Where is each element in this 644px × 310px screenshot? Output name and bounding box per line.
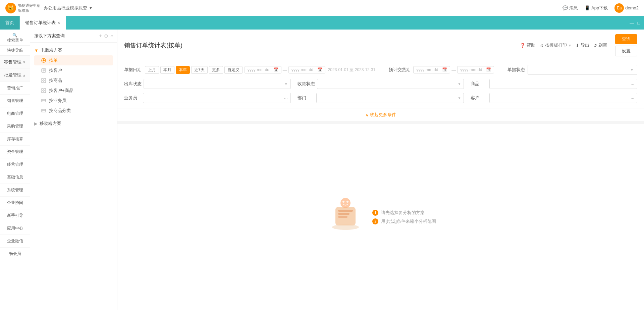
goods-input[interactable]: ··· bbox=[489, 79, 637, 89]
filter-grid-row3: 业务员 ··· 部门 ▼ 客户 bbox=[124, 93, 637, 103]
sidebar-item-retail[interactable]: 零售管理 ▼ bbox=[0, 56, 30, 69]
scheme-item-anyewuyuan[interactable]: 按业务员 bbox=[34, 96, 113, 106]
sidebar-item-inventory[interactable]: 库存核算 bbox=[0, 133, 30, 146]
filter-dept: 部门 ▼ bbox=[298, 93, 464, 103]
add-scheme-icon[interactable]: + bbox=[99, 33, 102, 39]
refresh-button[interactable]: ↺ 刷新 bbox=[593, 42, 607, 48]
avatar: Ea bbox=[614, 3, 624, 13]
username-label: demo2 bbox=[625, 5, 639, 10]
svg-point-1 bbox=[43, 59, 45, 61]
settings-scheme-icon[interactable]: ⊕ bbox=[104, 33, 108, 39]
svg-rect-8 bbox=[42, 81, 43, 83]
sidebar-item-system[interactable]: 系统管理 bbox=[0, 184, 30, 197]
expected-date-to-input[interactable]: yyyy-mm-dd 📅 bbox=[457, 66, 494, 73]
collapse-panel-icon[interactable]: « bbox=[110, 33, 113, 39]
left-panel-title: 按以下方案查询 bbox=[34, 33, 65, 39]
main-layout: 🔍 搜索菜单 快捷导航 零售管理 ▼ 批发管理 ▲ 营销推广 销售管理 电商管理… bbox=[0, 30, 644, 310]
expected-date-area: yyyy-mm-dd 📅 — yyyy-mm-dd 📅 bbox=[413, 66, 494, 73]
logo-icon: 🐱 bbox=[5, 3, 16, 13]
sidebar-item-operations[interactable]: 经营管理 bbox=[0, 158, 30, 171]
sidebar-item-appcenter[interactable]: 应用中心 bbox=[0, 222, 30, 235]
scheme-item-ankehu-shangpin[interactable]: 按客户+商品 bbox=[34, 86, 113, 96]
date-btn-last-month[interactable]: 上月 bbox=[145, 66, 159, 74]
calendar-icon-to: 📅 bbox=[317, 67, 322, 72]
scheme-item-ankehu[interactable]: 按客户 bbox=[34, 65, 113, 75]
date-btn-this-month[interactable]: 本月 bbox=[160, 66, 174, 74]
date-to-input[interactable]: yyyy-mm-dd 📅 bbox=[288, 66, 325, 73]
template-print-button[interactable]: 🖨 按模板打印 ▼ bbox=[539, 42, 572, 48]
scheme-item-anshangpinfenlei[interactable]: 按商品分类 bbox=[34, 106, 113, 116]
calendar-icon-exp-from: 📅 bbox=[442, 67, 447, 72]
scheme-item-anshangpin[interactable]: 按商品 bbox=[34, 75, 113, 86]
message-button[interactable]: 💬 消息 bbox=[562, 5, 578, 11]
breadcrumb[interactable]: 办公用品行业模拟账套 ▼ bbox=[44, 5, 93, 11]
sidebar-item-sales[interactable]: 销售管理 bbox=[0, 95, 30, 107]
date-btn-this-year[interactable]: 本年 bbox=[176, 66, 190, 74]
scheme-section: ▼ 电脑端方案 按单 按客户 按商品 bbox=[30, 43, 117, 131]
tab-bar-window-controls: — □ bbox=[630, 20, 644, 25]
hint-num-1: 1 bbox=[372, 210, 378, 216]
user-area[interactable]: Ea demo2 bbox=[614, 3, 639, 13]
page-actions: ❓ 帮助 🖨 按模板打印 ▼ ⬇ 导出 ↺ 刷新 查询 bbox=[520, 34, 637, 56]
filter-customer: 客户 ··· bbox=[471, 93, 637, 103]
logo-text: 畅捷通好生意 标准版 bbox=[18, 3, 40, 13]
sidebar-item-member[interactable]: 畅会员 bbox=[0, 248, 30, 260]
status-select[interactable]: ▼ bbox=[528, 65, 637, 75]
sidebar-item-wholesale[interactable]: 批发管理 ▲ bbox=[0, 69, 30, 82]
query-button[interactable]: 查询 bbox=[615, 34, 637, 44]
sidebar-item-basic[interactable]: 基础信息 bbox=[0, 171, 30, 184]
date-btn-more[interactable]: 更多 bbox=[209, 66, 223, 74]
date-from-input[interactable]: yyyy-mm-dd 📅 bbox=[245, 66, 281, 73]
status-label: 单据状态 bbox=[507, 67, 525, 73]
left-panel-header: 按以下方案查询 + ⊕ « bbox=[30, 30, 117, 43]
sidebar-search[interactable]: 🔍 搜索菜单 bbox=[0, 30, 30, 46]
tab-home[interactable]: 首页 bbox=[0, 16, 20, 30]
expected-date-from-input[interactable]: yyyy-mm-dd 📅 bbox=[413, 66, 450, 73]
scheme-group-desktop[interactable]: ▼ 电脑端方案 bbox=[34, 45, 113, 55]
svg-rect-14 bbox=[42, 99, 46, 102]
filter-row-date: 单据日期 上月 本月 本年 近7天 更多 自定义 yyyy-mm-dd 📅 — bbox=[124, 65, 637, 75]
message-icon: 💬 bbox=[562, 5, 568, 10]
logo-area: 🐱 畅捷通好生意 标准版 bbox=[5, 3, 40, 13]
help-button[interactable]: ❓ 帮助 bbox=[520, 42, 535, 48]
breadcrumb-dropdown-icon[interactable]: ▼ bbox=[89, 5, 93, 10]
window-maximize-icon[interactable]: □ bbox=[637, 20, 640, 25]
date-range-separator: — bbox=[283, 67, 287, 72]
sidebar-item-marketing[interactable]: 营销推广 bbox=[0, 82, 30, 95]
salesperson-input[interactable]: ··· bbox=[143, 93, 291, 103]
app-download-button[interactable]: 📱 App下载 bbox=[585, 5, 608, 11]
date-label: 单据日期 bbox=[124, 67, 142, 73]
svg-rect-24 bbox=[338, 216, 347, 218]
tab-sales-order[interactable]: 销售订单统计表 × bbox=[20, 16, 66, 30]
date-btn-custom[interactable]: 自定义 bbox=[224, 66, 243, 74]
payment-status-select[interactable]: ▼ bbox=[317, 79, 464, 89]
scheme-group-mobile[interactable]: ▶ 移动端方案 bbox=[34, 118, 113, 128]
ship-status-select[interactable]: ▼ bbox=[144, 79, 291, 89]
sidebar-quick-nav[interactable]: 快捷导航 bbox=[0, 46, 30, 56]
customer-input[interactable]: ··· bbox=[489, 93, 637, 103]
sidebar-item-corpwechat[interactable]: 企业微信 bbox=[0, 235, 30, 248]
scheme-group-desktop-label: 电脑端方案 bbox=[41, 47, 62, 53]
window-minimize-icon[interactable]: — bbox=[630, 20, 634, 25]
sidebar-item-finance[interactable]: 资金管理 bbox=[0, 146, 30, 158]
svg-rect-9 bbox=[44, 81, 46, 83]
collapse-button[interactable]: ∧ 收起更多条件 bbox=[117, 108, 644, 121]
sidebar-item-enterprise[interactable]: 企业协同 bbox=[0, 197, 30, 209]
sidebar-item-newguide[interactable]: 新手引导 bbox=[0, 209, 30, 222]
settings-button[interactable]: 设置 bbox=[615, 46, 637, 56]
scheme-item-andan[interactable]: 按单 bbox=[34, 55, 113, 65]
ship-status-label: 出库状态 bbox=[124, 81, 142, 87]
sidebar-item-purchase[interactable]: 采购管理 bbox=[0, 120, 30, 133]
content-area: 销售订单统计表(按单) ❓ 帮助 🖨 按模板打印 ▼ ⬇ 导出 ↺ 刷新 bbox=[117, 30, 644, 310]
goods-more-icon: ··· bbox=[631, 82, 634, 87]
sidebar-item-ecommerce[interactable]: 电商管理 bbox=[0, 107, 30, 120]
export-button[interactable]: ⬇ 导出 bbox=[576, 42, 589, 48]
date-quick-buttons: 上月 本月 本年 近7天 更多 自定义 bbox=[145, 66, 243, 74]
scheme-icon-ankehu bbox=[41, 68, 46, 73]
scheme-icon-anshangpin bbox=[41, 78, 46, 83]
date-btn-last-7days[interactable]: 近7天 bbox=[191, 66, 208, 74]
left-panel: 按以下方案查询 + ⊕ « ▼ 电脑端方案 按单 bbox=[30, 30, 117, 310]
empty-hint-2: 2 用[过滤]条件来缩小分析范围 bbox=[372, 218, 436, 224]
tab-close-icon[interactable]: × bbox=[58, 20, 60, 25]
dept-select[interactable]: ▼ bbox=[316, 93, 464, 103]
